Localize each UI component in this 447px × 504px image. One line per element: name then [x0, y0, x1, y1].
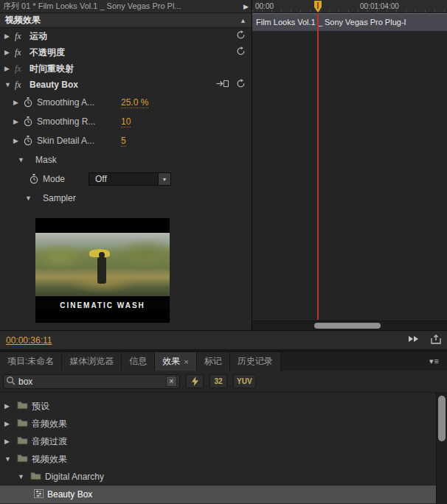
folder-icon — [17, 436, 28, 447]
param-row-smoothing-amount[interactable]: Smoothing A... 25.0 % — [0, 93, 252, 112]
effect-name: Beauty Box — [30, 80, 78, 90]
tab-effects[interactable]: 效果 × — [155, 352, 196, 371]
twirl-icon[interactable] — [4, 65, 15, 72]
twirl-icon[interactable] — [4, 32, 15, 40]
param-label: Skin Detail A... — [37, 136, 121, 146]
group-label: Sampler — [43, 193, 76, 203]
tree-label: 预设 — [32, 400, 49, 413]
playhead-line — [317, 13, 319, 320]
effect-row-time-remapping[interactable]: fx 时间重映射 — [0, 60, 252, 77]
twirl-icon[interactable] — [18, 473, 27, 480]
video-effects-section-header[interactable]: 视频效果 — [0, 13, 252, 28]
accelerated-effects-button[interactable] — [186, 374, 204, 388]
twirl-icon[interactable] — [4, 81, 15, 88]
playhead-marker[interactable] — [314, 1, 322, 13]
clip-name: Film Looks Vol.1 _ Sony Vegas Pro Plug-I — [256, 18, 406, 27]
twirl-icon[interactable] — [13, 99, 24, 106]
stopwatch-icon[interactable] — [24, 97, 37, 108]
reset-icon[interactable] — [236, 46, 246, 58]
timeline-clip[interactable]: Film Looks Vol.1 _ Sony Vegas Pro Plug-I — [252, 13, 447, 32]
param-label: Smoothing R... — [37, 116, 121, 127]
collapse-section-icon[interactable] — [240, 17, 246, 24]
param-row-skin-detail[interactable]: Skin Detail A... 5 — [0, 131, 252, 150]
dropdown-arrow-icon[interactable] — [158, 173, 170, 185]
vertical-scrollbar-thumb[interactable] — [438, 396, 446, 441]
effect-controls-panel: 序列 01 * Film Looks Vol.1 _ Sony Vegas Pr… — [0, 0, 252, 349]
folder-icon — [17, 454, 28, 465]
twirl-icon[interactable] — [25, 195, 35, 202]
reset-icon[interactable] — [236, 30, 246, 42]
tab-label: 效果 — [162, 355, 180, 368]
effect-row-motion[interactable]: fx 运动 — [0, 28, 252, 44]
tree-item-video-effects[interactable]: 视频效果 — [0, 450, 436, 468]
tab-history[interactable]: 历史记录 — [230, 352, 281, 371]
tab-label: 媒体浏览器 — [69, 355, 114, 368]
mode-dropdown[interactable]: Off — [89, 172, 171, 186]
panel-overflow-icon[interactable] — [243, 3, 249, 10]
param-value[interactable]: 25.0 % — [121, 97, 148, 108]
effect-timeline-panel: 00:00 00:01:04:00 Film Looks Vol.1 _ Son… — [252, 0, 447, 349]
twirl-icon[interactable] — [13, 118, 24, 125]
twirl-icon[interactable] — [13, 137, 24, 144]
tree-label: 视频效果 — [32, 453, 67, 466]
timeline-ruler[interactable]: 00:00 00:01:04:00 — [252, 0, 447, 13]
tab-label: 项目:未命名 — [7, 355, 54, 368]
project-panel: 项目:未命名 媒体浏览器 信息 效果 × 标记 历史记录 × 32 YUV — [0, 349, 447, 504]
fx-badge-icon: fx — [15, 63, 30, 74]
tree-label: 音频效果 — [32, 418, 67, 430]
dropdown-value: Off — [89, 174, 158, 184]
tab-markers[interactable]: 标记 — [197, 352, 230, 371]
vertical-scrollbar[interactable] — [436, 393, 447, 504]
export-icon[interactable] — [431, 335, 441, 346]
tree-item-digital-anarchy[interactable]: Digital Anarchy — [0, 468, 436, 486]
twirl-icon[interactable] — [4, 438, 13, 445]
tree-item-audio-transitions[interactable]: 音频过渡 — [0, 433, 436, 450]
param-value[interactable]: 5 — [121, 136, 126, 147]
custom-setup-icon[interactable] — [216, 80, 229, 90]
horizontal-scrollbar[interactable] — [252, 321, 447, 330]
tree-item-beauty-box[interactable]: Beauty Box — [0, 486, 436, 503]
bit32-filter-button[interactable]: 32 — [209, 374, 227, 388]
sampler-thumbnail[interactable]: CINEMATIC WASH — [35, 218, 170, 323]
fx-badge-icon: fx — [15, 80, 30, 91]
effect-row-beauty-box[interactable]: fx Beauty Box — [0, 77, 252, 93]
effect-controls-tab-bar[interactable]: 序列 01 * Film Looks Vol.1 _ Sony Vegas Pr… — [0, 0, 252, 13]
transport-bar: 00:00:36:11 — [0, 330, 447, 349]
param-row-smoothing-radius[interactable]: Smoothing R... 10 — [0, 112, 252, 131]
panel-menu-icon[interactable] — [422, 357, 447, 366]
twirl-icon[interactable] — [4, 402, 13, 410]
stopwatch-icon[interactable] — [24, 136, 37, 146]
effect-name: 不透明度 — [30, 46, 65, 59]
current-timecode[interactable]: 00:00:36:11 — [6, 335, 52, 346]
play-icon[interactable] — [409, 335, 420, 346]
reset-icon[interactable] — [236, 79, 246, 91]
twirl-icon[interactable] — [4, 420, 13, 427]
ruler-label-end: 00:01:04:00 — [360, 2, 399, 10]
group-row-mask[interactable]: Mask — [0, 150, 252, 169]
effects-tree: 预设 音频效果 音频过渡 视频效果 Digital Anarchy — [0, 393, 436, 504]
twirl-icon[interactable] — [4, 49, 15, 56]
tab-project[interactable]: 项目:未命名 — [0, 352, 62, 371]
tree-item-audio-effects[interactable]: 音频效果 — [0, 415, 436, 433]
twirl-icon[interactable] — [4, 455, 13, 463]
param-row-mode[interactable]: Mode Off — [0, 169, 252, 189]
folder-icon — [30, 472, 41, 483]
stopwatch-icon[interactable] — [24, 116, 37, 127]
tab-info[interactable]: 信息 — [122, 352, 155, 371]
stopwatch-icon[interactable] — [30, 174, 43, 184]
tree-item-presets[interactable]: 预设 — [0, 397, 436, 415]
group-row-sampler[interactable]: Sampler — [0, 189, 252, 208]
twirl-icon[interactable] — [18, 156, 28, 164]
effect-row-opacity[interactable]: fx 不透明度 — [0, 44, 252, 60]
effect-name: 时间重映射 — [30, 63, 74, 75]
tab-label: 历史记录 — [238, 355, 273, 368]
horizontal-scrollbar-thumb[interactable] — [314, 323, 381, 329]
param-label: Mode — [43, 174, 89, 184]
clear-search-icon[interactable]: × — [166, 376, 177, 387]
param-value[interactable]: 10 — [121, 116, 131, 127]
search-input[interactable] — [18, 377, 163, 387]
yuv-filter-button[interactable]: YUV — [233, 374, 256, 388]
tab-close-icon[interactable]: × — [184, 357, 188, 366]
tab-media-browser[interactable]: 媒体浏览器 — [62, 352, 122, 371]
search-box[interactable]: × — [3, 374, 180, 389]
